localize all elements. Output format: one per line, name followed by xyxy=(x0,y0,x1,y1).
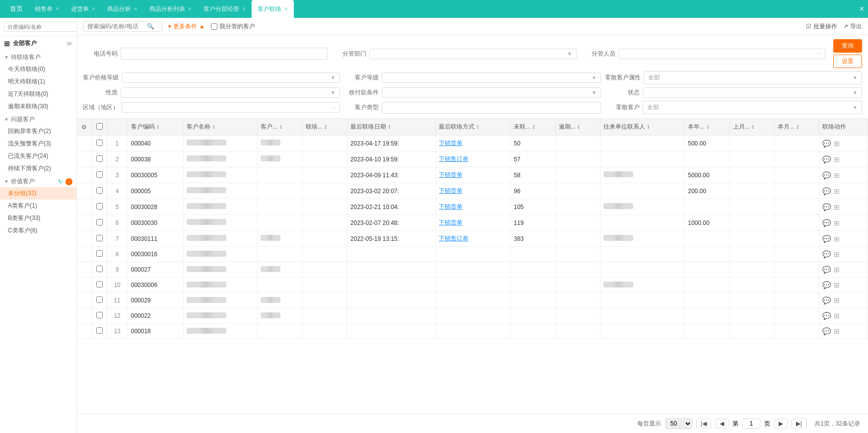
prev-page-button[interactable]: ◀ xyxy=(715,419,729,429)
retail-customer-select[interactable]: 全部 ▼ xyxy=(643,101,862,114)
table-col-this-month[interactable]: 本月... ↕ xyxy=(774,119,819,136)
analysis-list-tab[interactable]: 商品分析列表 × xyxy=(143,0,198,18)
sidebar-item-c-class[interactable]: C类客户(6) xyxy=(0,224,76,237)
more-conditions-button[interactable]: ▾ 更多条件 ▲ xyxy=(168,22,205,31)
row-checkbox[interactable] xyxy=(96,235,103,241)
table-col-overdue[interactable]: 逾期... ↕ xyxy=(555,119,600,136)
sidebar-item-unclassified[interactable]: 未分组(32) xyxy=(0,187,76,200)
customer-segment-tab-close[interactable]: × xyxy=(242,5,246,12)
sidebar-all-customers[interactable]: ⊞ 全部客户 ≫ xyxy=(0,36,76,51)
last-method-link[interactable]: 下销货单 xyxy=(439,187,463,194)
chat-icon[interactable]: 💬 xyxy=(822,235,831,243)
chat-icon[interactable]: 💬 xyxy=(822,296,831,304)
sidebar-collapse-icon[interactable]: ≫ xyxy=(66,40,72,47)
last-method-link[interactable]: 下销售订单 xyxy=(439,155,468,162)
dept-select[interactable]: ▼ xyxy=(369,49,576,59)
sales-tab[interactable]: 销售单 × xyxy=(29,0,65,18)
purchase-tab-close[interactable]: × xyxy=(92,5,95,12)
table-col-contact[interactable]: 联络... ↕ xyxy=(302,119,347,136)
query-button[interactable]: 查询 xyxy=(833,39,862,53)
row-checkbox[interactable] xyxy=(96,327,103,334)
page-size-select[interactable]: 50 20 100 xyxy=(665,418,692,429)
sidebar-pending-contact-header[interactable]: ▼ 待联络客户 xyxy=(0,51,76,63)
chat-icon[interactable]: 💬 xyxy=(822,187,831,195)
row-checkbox[interactable] xyxy=(96,140,103,146)
main-search-box[interactable]: 🔍 xyxy=(83,21,162,32)
sidebar-item-b-class[interactable]: B类客户(33) xyxy=(0,212,76,224)
grid-icon[interactable]: ⊞ xyxy=(834,327,840,335)
last-method-link[interactable]: 下销货单 xyxy=(439,140,463,146)
grid-icon[interactable]: ⊞ xyxy=(834,266,840,274)
first-page-button[interactable]: |◀ xyxy=(696,419,711,429)
table-col-last-month[interactable]: 上月... ↕ xyxy=(730,119,774,136)
region-select[interactable]: ··· xyxy=(122,102,340,113)
price-level-select[interactable]: ▼ xyxy=(122,72,340,83)
status-select[interactable]: ▼ xyxy=(643,87,862,98)
sidebar-item-tomorrow[interactable]: 明天待联络(1) xyxy=(0,75,76,88)
sidebar-item-today[interactable]: 今天待联络(0) xyxy=(0,63,76,75)
customer-contact-tab-close[interactable]: × xyxy=(284,5,288,12)
sidebar-value-customers-header[interactable]: ▼ 价值客户 ↻ ! xyxy=(0,175,76,187)
sidebar-item-overdue[interactable]: 逾期未联络(30) xyxy=(0,100,76,113)
row-checkbox[interactable] xyxy=(96,266,103,272)
reset-button[interactable]: 设置 xyxy=(833,55,862,68)
chat-icon[interactable]: 💬 xyxy=(822,250,831,258)
table-settings-icon[interactable]: ⚙ xyxy=(77,119,92,136)
last-method-link[interactable]: 下销货单 xyxy=(439,219,463,226)
current-page-input[interactable] xyxy=(742,419,760,429)
purchase-tab[interactable]: 进货单 × xyxy=(65,0,101,18)
table-col-no-days[interactable]: 未联... ↕ xyxy=(511,119,555,136)
last-page-button[interactable]: ▶| xyxy=(792,419,806,429)
last-method-link[interactable]: 下销货单 xyxy=(439,203,463,210)
analysis-tab[interactable]: 商品分析 × xyxy=(101,0,143,18)
chat-icon[interactable]: 💬 xyxy=(822,155,831,163)
value-customers-refresh-icon[interactable]: ↻ xyxy=(58,178,63,185)
row-checkbox[interactable] xyxy=(96,281,103,288)
chat-icon[interactable]: 💬 xyxy=(822,266,831,274)
chat-icon[interactable]: 💬 xyxy=(822,203,831,211)
chat-icon[interactable]: 💬 xyxy=(822,171,831,179)
row-checkbox[interactable] xyxy=(96,219,103,225)
table-col-type[interactable]: 客户... ↕ xyxy=(258,119,302,136)
analysis-tab-close[interactable]: × xyxy=(134,5,137,12)
table-select-all-header[interactable] xyxy=(92,119,107,136)
grid-icon[interactable]: ⊞ xyxy=(834,281,840,289)
row-checkbox[interactable] xyxy=(96,155,103,162)
sidebar-problem-customers-header[interactable]: ▼ 问题客户 xyxy=(0,113,76,125)
grid-icon[interactable]: ⊞ xyxy=(834,171,840,179)
close-all-button[interactable]: × xyxy=(860,4,864,13)
manager-select[interactable]: ··· xyxy=(618,49,825,59)
row-checkbox[interactable] xyxy=(96,312,103,318)
sidebar-item-a-class[interactable]: A类客户(1) xyxy=(0,200,76,212)
retail-attr-select[interactable]: 全部 ▼ xyxy=(644,71,862,84)
sidebar-item-lost[interactable]: 已流失客户(24) xyxy=(0,150,76,162)
table-col-last-date[interactable]: 最后联络日期 ↕ xyxy=(347,119,436,136)
table-col-name[interactable]: 客户名称 ↕ xyxy=(184,119,258,136)
sidebar-item-abnormal[interactable]: 回购异常客户(2) xyxy=(0,125,76,138)
grid-icon[interactable]: ⊞ xyxy=(834,219,840,227)
sidebar-item-churn-risk[interactable]: 流失预警客户(3) xyxy=(0,138,76,150)
row-checkbox[interactable] xyxy=(96,187,103,194)
payment-select[interactable]: ▼ xyxy=(382,87,601,98)
chat-icon[interactable]: 💬 xyxy=(822,281,831,289)
my-customers-checkbox-area[interactable]: 我分管的客户 xyxy=(211,22,255,31)
sales-tab-close[interactable]: × xyxy=(56,5,59,12)
table-col-unit-contact[interactable]: 往来单位联系人 ↕ xyxy=(600,119,684,136)
sidebar-item-declining[interactable]: 持续下滑客户(2) xyxy=(0,162,76,175)
grid-icon[interactable]: ⊞ xyxy=(834,155,840,163)
table-col-this-year[interactable]: 本年... ↕ xyxy=(685,119,730,136)
chat-icon[interactable]: 💬 xyxy=(822,219,831,227)
chat-icon[interactable]: 💬 xyxy=(822,312,831,320)
grid-icon[interactable]: ⊞ xyxy=(834,312,840,320)
batch-operation-button[interactable]: ☑ 批量操作 xyxy=(806,22,837,31)
grid-icon[interactable]: ⊞ xyxy=(834,235,840,243)
table-col-last-method[interactable]: 最后联络方式 ↕ xyxy=(436,119,511,136)
last-method-link[interactable]: 下销货单 xyxy=(439,171,463,178)
analysis-list-tab-close[interactable]: × xyxy=(188,5,192,12)
main-search-icon[interactable]: 🔍 xyxy=(147,23,154,30)
customer-contact-tab[interactable]: 客户联络 × xyxy=(252,0,294,18)
row-checkbox[interactable] xyxy=(96,171,103,178)
sidebar-item-7days[interactable]: 近7天待联络(0) xyxy=(0,88,76,100)
home-tab[interactable]: 首页 xyxy=(4,4,29,13)
grid-icon[interactable]: ⊞ xyxy=(834,140,840,147)
